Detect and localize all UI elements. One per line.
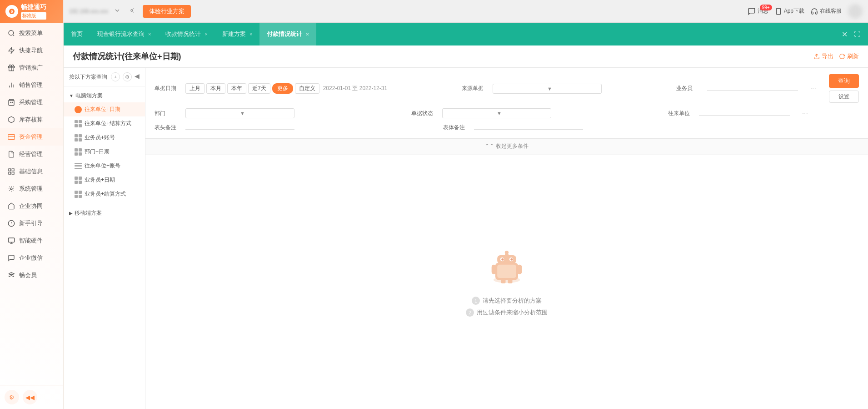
close-window-btn[interactable]: ✕ [840,30,849,39]
scheme-item-label-unit-settle: 往来单位+结算方式 [85,120,131,127]
date-btn-prev-month[interactable]: 上月 [185,83,205,94]
user-avatar[interactable] [848,4,863,19]
wallet-icon [7,133,15,141]
scheme-item-unit-settle[interactable]: 往来单位+结算方式 [64,116,145,131]
sidebar-item-enterprise[interactable]: 企业协同 [0,197,63,215]
sidebar-item-finance[interactable]: 资金管理 [0,128,63,146]
gift-icon [7,64,15,72]
sidebar-item-sales[interactable]: 销售管理 [0,76,63,94]
scheme-group-mobile-title[interactable]: ▶ 移动端方案 [64,207,145,220]
grid-icon-2 [75,134,82,141]
sidebar-item-search[interactable]: 搜索菜单 [0,25,63,42]
online-service-btn[interactable]: 在线客服 [811,7,842,15]
filter-row-remark: 表头备注 表体备注 [155,124,859,131]
scheme-header: 按以下方案查询 + ⚙ ◀ [64,68,145,86]
tab-receipt-label: 收款情况统计 [165,30,201,38]
sidebar-item-purchase[interactable]: 采购管理 [0,94,63,111]
scheme-settings-btn[interactable]: ⚙ [123,72,132,81]
header-remark-input[interactable] [185,126,294,130]
sidebar-item-quick-nav[interactable]: 快捷导航 [0,42,63,59]
scheme-item-staff-settle[interactable]: 业务员+结算方式 [64,187,145,201]
scheme-item-staff-account[interactable]: 业务员+账号 [64,131,145,145]
sidebar-item-inventory[interactable]: 库存核算 [0,111,63,128]
export-btn[interactable]: 导出 [813,52,833,61]
app-download-btn[interactable]: App下载 [775,7,804,15]
active-scheme-icon [75,106,82,113]
add-scheme-btn[interactable]: + [111,72,120,81]
tab-receipt-close[interactable]: × [205,31,207,37]
date-btn-this-year[interactable]: 本年 [227,83,246,94]
query-btn[interactable]: 查询 [829,74,859,88]
trial-industry-btn[interactable]: 体验行业方案 [143,5,191,18]
body-remark-input[interactable] [474,126,583,130]
settings-footer-btn[interactable]: ⚙ [5,390,19,404]
sidebar-label-sales: 销售管理 [19,81,43,89]
partner-input[interactable] [699,111,790,116]
scheme-item-label-dept-date: 部门+日期 [85,148,110,156]
scheme-item-staff-date[interactable]: 业务员+日期 [64,173,145,187]
sidebar-item-system[interactable]: 系统管理 [0,180,63,197]
empty-robot-icon [484,244,529,289]
sidebar-item-wechat[interactable]: 企业微信 [0,249,63,267]
partner-dots[interactable]: ··· [797,109,808,117]
wechat-icon [7,254,15,262]
collapse-panel-btn[interactable]: ◀ [135,72,140,81]
staff-input[interactable] [707,86,798,91]
sidebar-item-marketing[interactable]: 营销推广 [0,59,63,76]
desktop-group-arrow: ▼ [69,93,74,98]
sidebar-item-guide[interactable]: 新手引导 [0,215,63,232]
grid-icon-4 [75,177,82,184]
scheme-item-unit-date[interactable]: 往来单位+日期 [64,102,145,116]
maximize-btn[interactable]: ⛶ [853,30,862,39]
scheme-group-desktop-title[interactable]: ▼ 电脑端方案 [64,89,145,102]
dept-select[interactable]: ▼ [185,108,294,118]
date-btn-more[interactable]: 更多 [272,83,293,94]
scheme-group-desktop: ▼ 电脑端方案 往来单位+日期 往来单位+结算方式 业务员+账号 [64,86,145,204]
mobile-group-arrow: ▶ [69,211,73,216]
header-settings-btn[interactable] [128,7,135,15]
scheme-item-label-unit-date: 往来单位+日期 [85,106,120,113]
sidebar-item-basic[interactable]: 基础信息 [0,163,63,180]
collapse-more-btn[interactable]: ⌃⌃ 收起更多条件 [145,138,868,154]
source-dropdown-arrow: ▼ [547,86,598,91]
svg-rect-14 [12,172,14,174]
svg-point-2 [9,30,14,35]
tab-payment-stats[interactable]: 付款情况统计 × [259,23,316,45]
tab-new-scheme[interactable]: 新建方案 × [215,23,259,45]
sidebar-item-hardware[interactable]: 智能硬件 [0,232,63,249]
sales-icon [7,81,15,89]
filter-settings-btn[interactable]: 设置 [829,91,859,103]
scheme-item-unit-account[interactable]: 往来单位+账号 [64,159,145,173]
doc-status-label: 单据状态 [411,110,435,117]
scheme-item-label-staff-account: 业务员+账号 [85,134,115,141]
tab-payment-close[interactable]: × [306,31,309,37]
sidebar-item-operations[interactable]: 经营管理 [0,146,63,163]
sidebar-label-marketing: 营销推广 [19,64,43,72]
app-download-label: App下载 [784,7,804,15]
tab-new-close[interactable]: × [249,31,252,37]
scheme-item-label-staff-date: 业务员+日期 [85,176,115,184]
svg-point-37 [510,258,513,260]
doc-status-select[interactable]: ▼ [442,108,551,118]
hint-text-1: 请先选择要分析的方案 [483,297,542,305]
scheme-item-dept-date[interactable]: 部门+日期 [64,145,145,159]
collapse-sidebar-btn[interactable]: ◀◀ [23,390,37,404]
date-label: 单据日期 [155,85,178,92]
messages-btn[interactable]: 99+ 消息 [748,7,768,15]
system-icon [7,185,15,193]
source-select[interactable]: ▼ [493,84,602,94]
refresh-btn[interactable]: 刷新 [839,52,859,61]
tab-bank-label: 现金银行流水查询 [97,30,145,38]
tab-bank-flow[interactable]: 现金银行流水查询 × [90,23,158,45]
tab-home[interactable]: 首页 [64,23,90,45]
header-area: 192.168.xxx.xxx 体验行业方案 99+ 消息 App下载 [64,0,868,23]
date-btn-this-month[interactable]: 本月 [206,83,225,94]
message-count: 99+ [760,5,772,10]
sidebar-item-member[interactable]: 畅会员 [0,267,63,284]
tab-bank-close[interactable]: × [148,31,151,37]
scheme-group-mobile: ▶ 移动端方案 [64,204,145,222]
staff-dots[interactable]: ··· [805,85,816,93]
date-btn-7days[interactable]: 近7天 [248,83,270,94]
tab-receipt-stats[interactable]: 收款情况统计 × [158,23,215,45]
date-btn-custom[interactable]: 自定义 [295,83,319,94]
